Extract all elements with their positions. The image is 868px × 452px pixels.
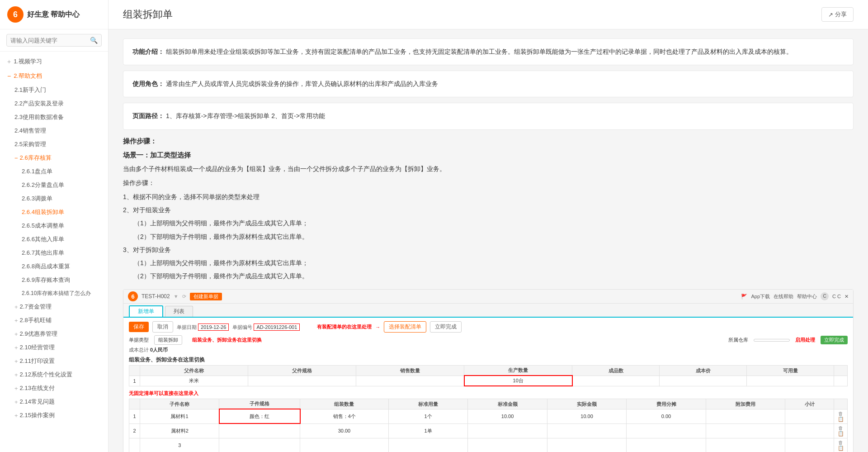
role-label: 使用角色：	[132, 80, 164, 87]
page-title: 组装拆卸单	[123, 8, 173, 21]
ss-annotation4: 无固定清单可以直接在这里录入	[129, 390, 848, 397]
plus-icon: +	[14, 385, 18, 392]
ss-bcell-stdamt: 10.00	[468, 409, 547, 423]
sidebar-item-label: 2.13在线支付	[20, 384, 55, 392]
sidebar-item-docs[interactable]: − 2.帮助文档	[0, 69, 108, 83]
sidebar-item-costcalc[interactable]: 2.6.8商品成本重算	[0, 260, 108, 273]
ss-tab-list[interactable]: 列表	[165, 306, 193, 317]
ss-bcell-actamt	[547, 423, 626, 438]
ss-bcell-stdqty: 1个	[388, 409, 467, 423]
ss-toolbar-row: 保存 取消 单据日期 2019-12-26 单据编号 AD-20191226-0…	[129, 321, 848, 333]
sidebar-item-otherout[interactable]: 2.6.7其他出库单	[0, 246, 108, 260]
ss-qty-label: 成本总计 0人民币	[129, 347, 168, 352]
sidebar-item-onlinepay[interactable]: + 2.13在线支付	[0, 381, 108, 395]
sidebar-item-stocksplit[interactable]: 2.6.2分量盘点单	[0, 178, 108, 192]
ss-bcell-num: 1	[129, 409, 140, 423]
ss-close-icon[interactable]: ✕	[844, 294, 849, 300]
sidebar-item-label: 2.6.2分量盘点单	[22, 181, 64, 189]
sidebar-item-label: 2.6.7其他出库单	[22, 249, 64, 257]
ss-help-label: 在线帮助	[774, 293, 793, 300]
sidebar-item-inventory[interactable]: − 2.6库存核算	[0, 151, 108, 165]
ss-cell-name: 米米	[140, 376, 248, 386]
ss-cell-spec	[248, 376, 356, 386]
main-content: 组装拆卸单 ↗ 分享 功能介绍： 组装拆卸单用来处理企业组装或拆卸等加工业务，支…	[108, 0, 868, 452]
step3-1: （1）上部明细为父件明细，最终作为原材料生成其它出库单；	[123, 257, 854, 269]
ss-btn-confirm-op[interactable]: 立即完成	[430, 321, 462, 333]
ss-logo: 6	[128, 291, 138, 301]
ss-bcol-action	[834, 399, 848, 409]
plus-icon: +	[14, 358, 18, 365]
sidebar-item-transfer[interactable]: 2.6.3调拨单	[0, 192, 108, 205]
role-text: 通常由生产人员或库管人员完成拆装业务的操作，库管人员确认原材料的出库和产成品的入…	[166, 80, 438, 87]
ss-bcell-spec	[219, 423, 300, 438]
ss-cell-cprice	[660, 376, 747, 386]
sidebar-item-faq[interactable]: + 2.14常见问题	[0, 395, 108, 409]
sidebar-item-newbie[interactable]: 2.1新手入门	[0, 83, 108, 97]
sidebar-item-biz[interactable]: + 2.10经营管理	[0, 341, 108, 354]
sidebar-item-otherin[interactable]: 2.6.6其他入库单	[0, 233, 108, 246]
ss-warehouse-label: 所属仓库	[728, 337, 748, 343]
ss-btn-save[interactable]: 保存	[129, 322, 149, 332]
ss-topright: 🚩 App下载 在线帮助 帮助中心 C C C ✕	[741, 292, 849, 300]
sidebar-item-label: 2.3使用前数据准备	[14, 113, 64, 121]
sidebar-item-label: 2.6.5成本调整单	[22, 222, 64, 230]
ss-bcol-checkbox	[129, 399, 140, 409]
ss-doctype-value[interactable]: 组装拆卸	[154, 335, 182, 345]
ss-subtitle: ▼	[174, 294, 179, 299]
step2-2: （2）下部明细为子件明细，最终作为原材料生成其它出库单。	[123, 231, 854, 243]
search-icon[interactable]: 🔍	[90, 37, 98, 44]
sidebar-item-prepare[interactable]: 2.3使用前数据准备	[0, 110, 108, 124]
ss-apps-label: App下载	[751, 293, 770, 300]
sidebar-item-install[interactable]: 2.2产品安装及登录	[0, 97, 108, 110]
plus-icon: +	[14, 399, 18, 405]
sidebar-item-mobile[interactable]: + 2.8手机旺铺	[0, 314, 108, 327]
sidebar-item-stockquery[interactable]: 2.6.9库存账本查询	[0, 273, 108, 287]
ss-cell-pqty: 10台	[464, 376, 572, 386]
sidebar-item-stockerror[interactable]: 2.6.10库存账本搞错了怎么办	[0, 287, 108, 300]
ss-bcol-name: 子件名称	[140, 399, 219, 409]
sidebar-item-cases[interactable]: + 2.15操作案例	[0, 409, 108, 422]
ss-btn-select-bom[interactable]: 选择装配清单	[384, 321, 426, 333]
plus-icon: +	[14, 331, 18, 338]
ss-bcol-spec: 子件规格	[219, 399, 300, 409]
ss-field-date: 单据日期 2019-12-26	[177, 324, 229, 331]
ss-cell-avail	[747, 376, 834, 386]
sidebar-item-label: 2.6.9库存账本查询	[22, 276, 70, 284]
sidebar-item-purchase[interactable]: 2.5采购管理	[0, 138, 108, 151]
sidebar-item-print[interactable]: + 2.11打印设置	[0, 354, 108, 368]
ss-bcol-alloc: 费用分摊	[627, 399, 706, 409]
ss-date-value[interactable]: 2019-12-26	[198, 324, 229, 331]
search-input[interactable]	[10, 37, 90, 44]
ss-bcell-stdqty: 1单	[388, 423, 467, 438]
ss-bcell-alloc: 0.00	[627, 409, 706, 423]
ss-bcell-name: 属材料1	[140, 409, 219, 423]
ss-btn-complete[interactable]: 立即完成	[821, 336, 848, 344]
ss-bcell-spec: 颜色：红	[219, 409, 300, 423]
sidebar-logo: 6 好生意 帮助中心	[0, 0, 108, 29]
sidebar-item-capital[interactable]: + 2.7资金管理	[0, 300, 108, 314]
ss-docno-value[interactable]: AD-20191226-001	[254, 324, 300, 331]
sidebar-item-sales[interactable]: 2.4销售管理	[0, 124, 108, 138]
sidebar-item-custom[interactable]: + 2.12系统个性化设置	[0, 368, 108, 381]
ss-bcell-aqty: 30.00	[300, 423, 389, 438]
plus-icon: +	[14, 317, 18, 324]
share-button[interactable]: ↗ 分享	[821, 7, 854, 22]
sidebar-nav: + 1.视频学习 − 2.帮助文档 2.1新手入门 2.2产品安装及登录 2.3…	[0, 52, 108, 452]
sidebar-item-label: 2.6库存核算	[20, 154, 52, 162]
sidebar-item-video[interactable]: + 1.视频学习	[0, 54, 108, 69]
screenshot-container: 6 TEST-H002 ▼ ⟳ 创建新单据 🚩 App下载 在线帮助 帮助中心 …	[123, 289, 854, 452]
ss-tab-active[interactable]: 新增单	[129, 305, 163, 317]
ss-btn-cancel[interactable]: 取消	[152, 321, 173, 333]
ss-new-btn[interactable]: 创建新单据	[190, 293, 222, 300]
plus-icon: +	[7, 58, 11, 65]
ss-warehouse-input[interactable]	[754, 339, 790, 342]
ss-bcell-extra	[706, 423, 785, 438]
sidebar-item-stockcheck[interactable]: 2.6.1盘点单	[0, 165, 108, 178]
logo-icon: 6	[7, 6, 24, 23]
share-label: 分享	[835, 10, 847, 19]
sidebar-item-assembly[interactable]: 2.6.4组装拆卸单	[0, 205, 108, 219]
sidebar-item-costadj[interactable]: 2.6.5成本调整单	[0, 219, 108, 233]
sidebar-item-coupon[interactable]: + 2.9优惠券管理	[0, 327, 108, 341]
sidebar-item-label: 2.6.4组装拆卸单	[22, 208, 64, 216]
plus-icon: +	[14, 304, 18, 310]
